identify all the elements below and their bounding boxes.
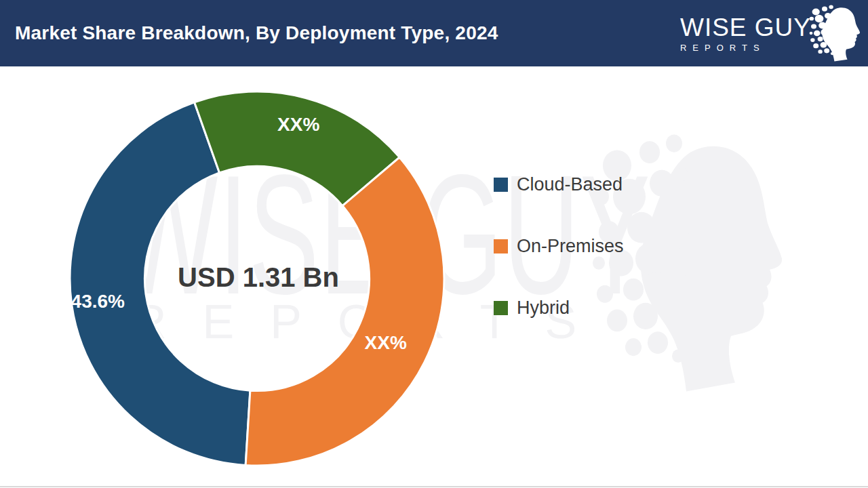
donut-slice-on-premises [245,157,444,466]
logo: WISE GUY REPORTS [680,3,863,63]
logo-wordmark: WISE GUY REPORTS [680,14,811,53]
logo-wiseguy-text: WISE GUY [680,14,811,41]
legend-label-on-premises: On-Premises [517,235,624,257]
page-title: Market Share Breakdown, By Deployment Ty… [0,22,498,44]
legend-swatch-hybrid [494,301,508,315]
head-profile-icon [808,4,863,62]
slice-label-on-premises: XX% [365,332,407,353]
bottom-border [0,486,868,487]
infographic-canvas: WISE GUY REPORTS Market Share Breakdown,… [0,0,868,488]
center-value-label: USD 1.31 Bn [178,262,339,293]
legend-label-hybrid: Hybrid [517,297,570,319]
logo-reports-text: REPORTS [680,43,811,53]
legend-swatch-cloud-based [494,178,508,192]
slice-label-hybrid: XX% [277,114,319,135]
legend-label-cloud-based: Cloud-Based [517,174,623,195]
legend-item-cloud-based: Cloud-Based [494,174,624,195]
slice-label-cloud-based: 43.6% [71,291,125,312]
legend-item-on-premises: On-Premises [494,235,624,257]
legend-swatch-on-premises [494,239,508,253]
header-bar: Market Share Breakdown, By Deployment Ty… [0,0,868,66]
chart-legend: Cloud-BasedOn-PremisesHybrid [494,174,624,359]
legend-item-hybrid: Hybrid [494,297,624,319]
donut-chart: 43.6%XX%XX% [0,0,868,488]
